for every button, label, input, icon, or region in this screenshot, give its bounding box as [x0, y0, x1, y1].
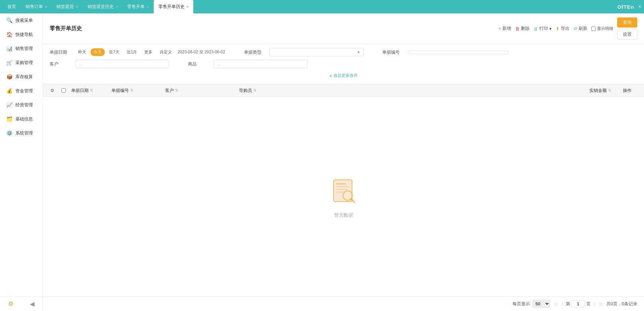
delete-icon: 🗑 [515, 26, 519, 31]
svg-rect-4 [336, 192, 344, 193]
th-amount: 实销金额 ⇅ [277, 88, 614, 94]
page-label: 页 [586, 301, 591, 307]
delete-button[interactable]: 🗑 删除 [515, 25, 530, 32]
sidebar-item-basic[interactable]: 🗂️ 基础信息 [0, 112, 43, 126]
sidebar-bottom: ⚙ ◀ [0, 297, 43, 311]
customer-placeholder: ... [79, 61, 83, 66]
close-retail-open-tab[interactable]: × [147, 5, 149, 9]
show-detail-checkbox[interactable] [591, 27, 596, 31]
page-label-pre: 第 [566, 301, 570, 307]
sort-customer-icon[interactable]: ⇅ [175, 88, 178, 93]
sidebar-item-purchase[interactable]: 🛒 采购管理 [0, 56, 43, 70]
tab-sales-order[interactable]: 销售订单 × [21, 0, 52, 13]
query-setting-group: 查询 设置 [617, 17, 637, 40]
total-text: 共0页，0条记录 [606, 301, 637, 307]
tab-retail-open[interactable]: 零售开单 × [122, 0, 153, 13]
sidebar: 🔍 搜索采单 🏠 快捷导航 📊 销售管理 🛒 采购管理 📦 库存核算 💰 资金管… [0, 13, 43, 311]
folder-icon: 🗂️ [6, 116, 13, 122]
sidebar-item-operation[interactable]: 📈 经营管理 [0, 98, 43, 112]
window-close-button[interactable]: × [638, 4, 641, 10]
close-sales-return-tab[interactable]: × [76, 5, 78, 9]
top-tab-bar: 首页 销售订单 × 销货退货 × 销货退货历史 × 零售开单 × 零售开单历史 … [0, 0, 644, 13]
date-range-display: 2023-06-02 至 2023-06-02 [178, 49, 225, 55]
collapse-button[interactable]: ∧ 收起更多条件 [50, 71, 637, 80]
search-icon: 🔍 [6, 17, 13, 23]
num-label: 单据编号 [382, 49, 402, 55]
date-btn-custom[interactable]: 自定义 [157, 48, 175, 56]
close-retail-history-tab[interactable]: × [187, 5, 189, 9]
show-detail-checkbox-label[interactable]: 显示明细 [591, 26, 613, 32]
type-label: 单据类型 [244, 49, 264, 55]
sort-guide-icon[interactable]: ⇅ [253, 88, 256, 93]
tab-retail-history[interactable]: 零售开单历史 × [154, 0, 193, 13]
num-input[interactable] [408, 51, 508, 54]
gear-icon: ⚙️ [6, 130, 13, 136]
add-button[interactable]: + 新增 [498, 25, 511, 32]
prev-page-button[interactable]: ⟨ [560, 301, 564, 307]
export-button[interactable]: ⬆ 导出 [556, 25, 569, 32]
per-page-select[interactable]: 50 100 200 [533, 300, 550, 308]
table-settings-icon[interactable]: ⚙ [46, 88, 58, 93]
page-header: 零售开单历史 + 新增 🗑 删除 🖨 打印 ▾ ⬆ 导出 [43, 13, 644, 44]
next-page-button[interactable]: ⟩ [592, 301, 596, 307]
close-sales-return-history-tab[interactable]: × [116, 5, 118, 9]
per-page-label: 每页显示 [512, 301, 530, 307]
query-button[interactable]: 查询 [617, 17, 637, 28]
tab-home[interactable]: 首页 [3, 0, 21, 13]
last-page-button[interactable]: ⟩⟩ [598, 301, 604, 307]
select-all-checkbox-cell[interactable] [58, 88, 68, 93]
print-button[interactable]: 🖨 打印 ▾ [534, 25, 552, 32]
sidebar-item-finance[interactable]: 💰 资金管理 [0, 84, 43, 98]
th-guide: 导购员 ⇅ [236, 88, 277, 94]
empty-illustration [327, 175, 360, 208]
tab-sales-return[interactable]: 销货退货 × [52, 0, 83, 13]
first-page-button[interactable]: ⟨⟨ [553, 301, 559, 307]
sidebar-item-search[interactable]: 🔍 搜索采单 [0, 13, 43, 28]
svg-rect-1 [336, 183, 346, 185]
print-arrow-icon: ▾ [549, 26, 552, 31]
table-wrap: ⚙ 单据日期 ⇅ 单据编号 ⇅ 客户 ⇅ 导购员 ⇅ [43, 84, 644, 311]
date-btn-more[interactable]: 更多 [141, 48, 155, 56]
select-all-checkbox[interactable] [61, 88, 66, 93]
empty-text: 暂无数据 [334, 212, 353, 218]
box-icon: 📦 [6, 74, 13, 80]
sidebar-item-system[interactable]: ⚙️ 系统管理 [0, 126, 43, 140]
pagination: 每页显示 50 100 200 ⟨⟨ ⟨ 第 页 ⟩ ⟩⟩ 共0页，0条记录 [43, 296, 644, 311]
collapse-sidebar-button[interactable]: ◀ [30, 300, 35, 308]
date-btn-today[interactable]: 今天 [91, 48, 105, 56]
sort-amount-icon[interactable]: ⇅ [608, 88, 611, 93]
empty-state: 暂无数据 [43, 97, 644, 296]
top-bar-right: OfTEn × [617, 4, 641, 10]
th-customer: 客户 ⇅ [162, 88, 236, 94]
sort-num-icon[interactable]: ⇅ [130, 88, 133, 93]
tab-sales-return-history[interactable]: 销货退货历史 × [83, 0, 122, 13]
filter-row-2: 客户 ... 商品 ... [50, 60, 637, 68]
settings-button[interactable]: ⚙ [8, 300, 13, 308]
th-op: 操作 [614, 88, 641, 94]
date-btn-7days[interactable]: 近7天 [106, 48, 122, 56]
page-nav: ⟨⟨ ⟨ 第 页 ⟩ ⟩⟩ [553, 300, 604, 307]
goods-input[interactable]: ... [213, 60, 307, 68]
sidebar-item-inventory[interactable]: 📦 库存核算 [0, 70, 43, 84]
date-btn-yesterday[interactable]: 昨天 [75, 48, 89, 56]
home-icon: 🏠 [6, 32, 13, 38]
setting-button[interactable]: 设置 [617, 29, 637, 40]
refresh-icon: ↺ [574, 26, 577, 31]
table-header: ⚙ 单据日期 ⇅ 单据编号 ⇅ 客户 ⇅ 导购员 ⇅ [43, 84, 644, 97]
toolbar: + 新增 🗑 删除 🖨 打印 ▾ ⬆ 导出 ↺ 刷新 [498, 17, 637, 40]
th-num: 单据编号 ⇅ [109, 88, 162, 94]
sidebar-item-shortcut[interactable]: 🏠 快捷导航 [0, 28, 43, 42]
type-select[interactable]: ▾ [269, 48, 363, 56]
date-label: 单据日期 [50, 49, 70, 55]
brand-logo: OfTEn [617, 4, 634, 10]
filter-row-1: 单据日期 昨天 今天 近7天 近1月 更多 自定义 2023-06-02 至 2… [50, 48, 637, 56]
page-input[interactable] [572, 300, 585, 307]
main-layout: 🔍 搜索采单 🏠 快捷导航 📊 销售管理 🛒 采购管理 📦 库存核算 💰 资金管… [0, 13, 644, 311]
customer-input[interactable]: ... [75, 60, 169, 68]
close-sales-order-tab[interactable]: × [45, 5, 47, 9]
collapse-text: 收起更多条件 [334, 73, 358, 79]
sort-date-icon[interactable]: ⇅ [90, 88, 93, 93]
date-btn-1month[interactable]: 近1月 [124, 48, 140, 56]
sidebar-item-sales[interactable]: 📊 销售管理 [0, 42, 43, 56]
refresh-button[interactable]: ↺ 刷新 [574, 25, 587, 32]
